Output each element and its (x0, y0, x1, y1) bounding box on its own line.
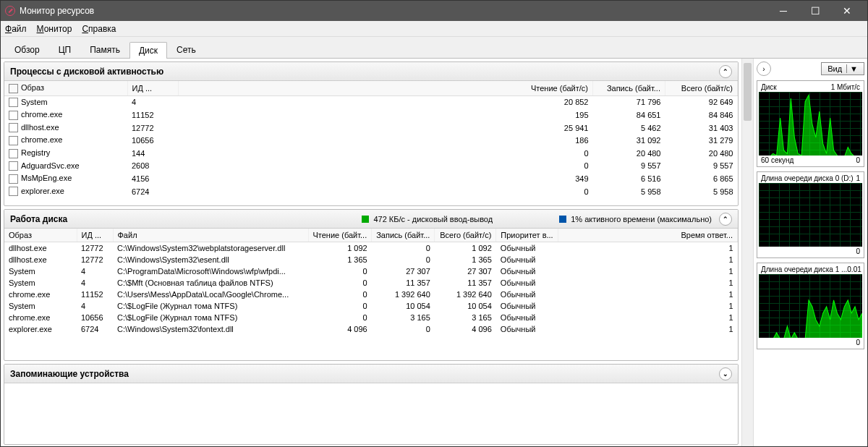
graph-title: Диск (761, 83, 777, 91)
panel-processes-title: Процессы с дисковой активностью (10, 67, 163, 77)
titlebar: Монитор ресурсов ─ ☐ ✕ (1, 1, 867, 21)
graph-max: 0.01 (847, 265, 861, 273)
main-pane: Процессы с дисковой активностью ⌃ Образ … (1, 59, 741, 447)
col-pid[interactable]: ИД ... (127, 81, 178, 95)
maximize-button[interactable]: ☐ (799, 1, 831, 21)
graph-2: Длина очереди диска 1 ...0.01 0 (757, 263, 864, 349)
table-row[interactable]: AdguardSvc.exe260809 5579 557 (4, 160, 738, 173)
graph-0: Диск1 Мбит/с 60 секунд0 (757, 80, 864, 167)
chevron-down-icon: ▼ (846, 64, 858, 73)
chevron-right-icon[interactable]: › (757, 61, 771, 76)
col-total[interactable]: Всего (байт/с) (665, 81, 738, 95)
graph-max: 1 Мбит/с (831, 83, 860, 91)
tab-memory[interactable]: Память (80, 41, 129, 58)
menubar: Файл Монитор Справка (1, 21, 867, 37)
col-write[interactable]: Запись (байт... (593, 81, 665, 95)
table-row[interactable]: System4C:\$LogFile (Журнал тома NTFS)010… (4, 300, 738, 312)
tab-overview[interactable]: Обзор (5, 41, 49, 58)
table-row[interactable]: dllhost.exe1277225 9415 46231 403 (4, 122, 738, 135)
disk-active-time: 1% активного времени (максимально) (571, 215, 712, 224)
table-row[interactable]: explorer.exe672405 9585 958 (4, 185, 738, 198)
tabbar: Обзор ЦП Память Диск Сеть (1, 37, 867, 59)
table-row[interactable]: dllhost.exe12772C:\Windows\System32\webp… (4, 242, 738, 255)
active-color-icon (559, 216, 566, 223)
graph-foot-right: 0 (856, 247, 860, 255)
table-row[interactable]: System420 85271 79692 649 (4, 95, 738, 108)
col-file[interactable]: Файл (113, 229, 308, 242)
minimize-button[interactable]: ─ (767, 1, 799, 21)
graph-title: Длина очереди диска 1 ... (761, 265, 847, 273)
table-row[interactable]: chrome.exe1115219584 65184 846 (4, 108, 738, 122)
table-row[interactable]: System4C:\$Mft (Основная таблица файлов … (4, 277, 738, 289)
graph-title: Длина очереди диска 0 (D:) (761, 174, 854, 182)
menu-monitor[interactable]: Монитор (37, 24, 72, 34)
graph-1: Длина очереди диска 0 (D:)1 0 (757, 171, 864, 258)
disk-io-rate: 472 КБ/с - дисковый ввод-вывод (373, 215, 493, 224)
table-row[interactable]: explorer.exe6724C:\Windows\System32\font… (4, 323, 738, 335)
table-row[interactable]: chrome.exe11152C:\Users\Mess\AppData\Loc… (4, 289, 738, 300)
panel-processes: Процессы с дисковой активностью ⌃ Образ … (4, 61, 739, 206)
collapse-icon[interactable]: ⌃ (719, 65, 732, 78)
graph-max: 1 (856, 174, 860, 182)
panel-disk-activity: Работа диска 472 КБ/с - дисковый ввод-вы… (4, 209, 739, 361)
panel-storage: Запоминающие устройства ⌄ (4, 364, 739, 445)
table-row[interactable]: MsMpEng.exe41563496 5166 865 (4, 172, 738, 185)
panel-storage-title: Запоминающие устройства (10, 369, 129, 379)
view-label: Вид (827, 64, 842, 73)
table-row[interactable]: System4C:\ProgramData\Microsoft\Windows\… (4, 265, 738, 277)
col-total[interactable]: Всего (байт/с) (435, 229, 496, 242)
app-icon (5, 6, 15, 16)
table-row[interactable]: chrome.exe10656C:\$LogFile (Журнал тома … (4, 312, 738, 323)
tab-cpu[interactable]: ЦП (49, 41, 81, 58)
tab-network[interactable]: Сеть (167, 41, 205, 58)
menu-help[interactable]: Справка (82, 24, 116, 34)
window-title: Монитор ресурсов (20, 6, 767, 16)
col-image[interactable]: Образ (4, 81, 127, 95)
collapse-icon[interactable]: ⌃ (719, 213, 732, 226)
tab-disk[interactable]: Диск (129, 42, 167, 59)
panel-disk-title: Работа диска (10, 214, 67, 224)
table-row[interactable]: chrome.exe1065618631 09231 279 (4, 134, 738, 147)
view-dropdown[interactable]: Вид ▼ (821, 62, 864, 75)
sidebar: › Вид ▼ Диск1 Мбит/с 60 секунд0 Длина оч… (753, 59, 867, 447)
col-write[interactable]: Запись (байт... (372, 229, 435, 242)
graph-foot-right: 0 (856, 339, 860, 346)
col-image[interactable]: Образ (4, 229, 77, 242)
col-pid[interactable]: ИД ... (77, 229, 113, 242)
col-prio[interactable]: Приоритет в... (496, 229, 558, 242)
close-button[interactable]: ✕ (831, 1, 863, 21)
processes-table[interactable]: Образ ИД ... Чтение (байт/с) Запись (бай… (4, 81, 738, 197)
expand-icon[interactable]: ⌄ (719, 367, 732, 380)
menu-file[interactable]: Файл (5, 24, 27, 34)
col-read[interactable]: Чтение (байт... (308, 229, 372, 242)
table-row[interactable]: dllhost.exe12772C:\Windows\System32\esen… (4, 254, 738, 265)
graph-foot-right: 0 (856, 156, 860, 164)
io-color-icon (362, 216, 369, 223)
vertical-scrollbar[interactable] (741, 59, 753, 447)
col-resp[interactable]: Время ответ... (558, 229, 737, 242)
col-read[interactable]: Чтение (байт/с) (178, 81, 593, 95)
disk-table[interactable]: Образ ИД ... Файл Чтение (байт... Запись… (4, 229, 738, 335)
table-row[interactable]: Registry144020 48020 480 (4, 147, 738, 160)
graph-foot-left: 60 секунд (761, 156, 793, 164)
